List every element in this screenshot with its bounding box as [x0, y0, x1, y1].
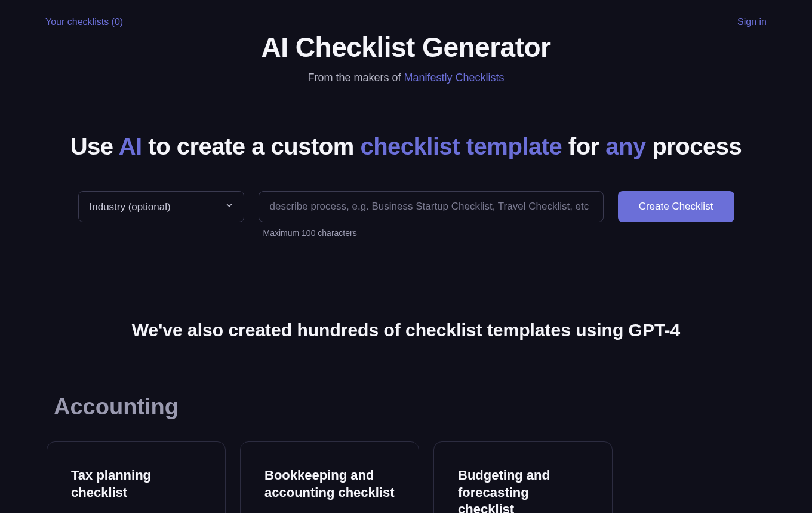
tagline-text-1: Use: [70, 133, 119, 159]
checklist-card[interactable]: Budgeting and forecasting checklist Budg…: [433, 441, 613, 513]
tagline-highlight-checklist: checklist template: [360, 133, 562, 159]
cards-carousel: Tax planning checklist Tax planning chec…: [0, 441, 812, 513]
category-label-accounting: Accounting: [54, 394, 812, 420]
process-input-column: Maximum 100 characters: [259, 191, 604, 238]
create-form: Industry (optional) Maximum 100 characte…: [0, 191, 812, 238]
tagline-text-4: process: [646, 133, 742, 159]
card-title: Bookkeeping and accounting checklist: [264, 467, 395, 501]
tagline-highlight-ai: AI: [119, 133, 142, 159]
manifestly-link[interactable]: Manifestly Checklists: [404, 72, 505, 84]
your-checklists-link[interactable]: Your checklists (0): [45, 17, 123, 27]
checklist-card[interactable]: Bookkeeping and accounting checklist Boo…: [240, 441, 419, 513]
card-title: Budgeting and forecasting checklist: [458, 467, 588, 513]
top-nav: Your checklists (0) Sign in: [0, 0, 812, 27]
tagline-highlight-any: any: [605, 133, 645, 159]
input-helper-text: Maximum 100 characters: [259, 228, 604, 238]
carousel-next-wrap: [663, 441, 676, 513]
create-checklist-button[interactable]: Create Checklist: [618, 191, 734, 222]
industry-select-wrap: Industry (optional): [78, 191, 244, 222]
templates-section-heading: We've also created hundreds of checklist…: [0, 320, 812, 340]
page-title: AI Checklist Generator: [0, 31, 812, 63]
tagline-text-3: for: [562, 133, 605, 159]
industry-select[interactable]: Industry (optional): [78, 191, 244, 222]
tagline-text-2: to create a custom: [142, 133, 361, 159]
sign-in-link[interactable]: Sign in: [737, 17, 767, 27]
tagline: Use AI to create a custom checklist temp…: [0, 133, 812, 160]
subtitle: From the makers of Manifestly Checklists: [0, 72, 812, 84]
card-title: Tax planning checklist: [71, 467, 201, 501]
hero-section: AI Checklist Generator From the makers o…: [0, 31, 812, 84]
subtitle-prefix: From the makers of: [307, 72, 404, 84]
process-input[interactable]: [259, 191, 604, 222]
checklist-card[interactable]: Tax planning checklist Tax planning chec…: [47, 441, 226, 513]
